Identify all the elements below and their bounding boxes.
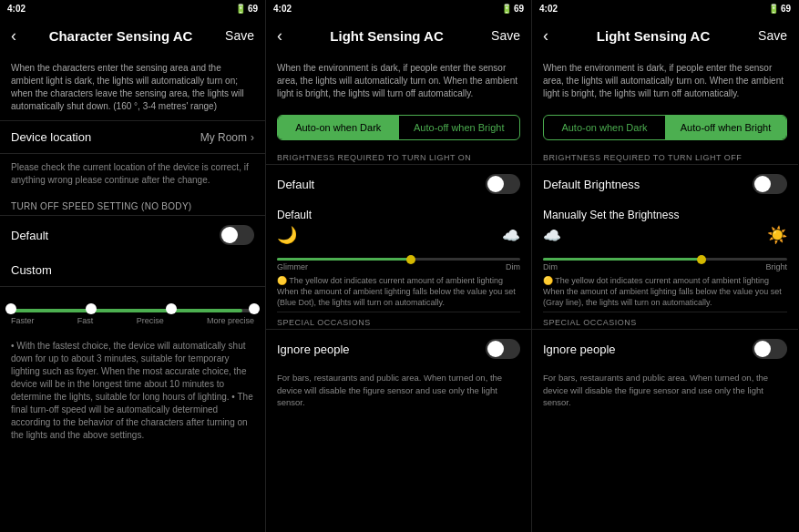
toggle-knob-default-1 — [221, 227, 238, 243]
slider-labels-1: Faster Fast Precise More precise — [11, 316, 254, 325]
toggle-label-custom-1: Custom — [11, 263, 52, 277]
slider-dot-3 — [249, 303, 260, 314]
header-3: ‹ Light Sensing AC Save — [532, 16, 798, 55]
ambient-knob-2 — [406, 255, 415, 264]
toggle-knob-default-3 — [754, 176, 771, 192]
panel-light-sensing-1: 4:02 🔋69 ‹ Light Sensing AC Save When th… — [266, 0, 532, 532]
toggle-default-1[interactable] — [220, 225, 254, 245]
header-title-3: Light Sensing AC — [548, 28, 758, 44]
ambient-icon-left-2: 🌙 — [277, 225, 297, 245]
description-3: When the environment is dark, if people … — [532, 55, 798, 107]
ambient-icon-left-3: ☁️ — [543, 227, 561, 244]
mode-buttons-2: Auto-on when Dark Auto-off when Bright — [277, 115, 520, 140]
content-2: When the environment is dark, if people … — [266, 55, 531, 532]
status-icons-3: 🔋69 — [768, 4, 791, 14]
status-time-2: 4:02 — [273, 4, 292, 14]
small-desc-2: For bars, restaurants and public area. W… — [266, 368, 531, 414]
toggle-label-default-3: Default Brightness — [543, 178, 640, 191]
ambient-icons-3: ☁️ ☀️ — [543, 225, 787, 245]
mode-btn-bright-2[interactable]: Auto-off when Bright — [399, 116, 520, 139]
status-bar-1: 4:02 🔋69 — [0, 0, 265, 16]
content-1: When the characters enter the sensing ar… — [0, 55, 265, 532]
toggle-row-ignore-2: Ignore people — [266, 329, 531, 368]
mode-btn-dark-3[interactable]: Auto-on when Dark — [544, 116, 665, 139]
location-row-1[interactable]: Device location My Room › — [0, 120, 265, 154]
toggle-row-ignore-3: Ignore people — [532, 329, 798, 368]
slider-track-1[interactable] — [11, 309, 254, 312]
toggle-label-default-2: Default — [277, 178, 314, 191]
location-value-1: My Room › — [200, 131, 254, 144]
note-text-3: 🟡 The yellow dot indicates current amoun… — [532, 271, 798, 312]
ambient-icon-right-2: ☁️ — [502, 227, 520, 244]
header-2: ‹ Light Sensing AC Save — [266, 16, 531, 55]
toggle-default-2[interactable] — [486, 174, 520, 194]
ambient-track-2[interactable] — [277, 258, 520, 261]
header-title-2: Light Sensing AC — [282, 28, 491, 44]
toggle-row-default-1: Default — [0, 215, 265, 254]
description-1: When the characters enter the sensing ar… — [0, 55, 265, 120]
ambient-slider-3: ☁️ ☀️ Dim Bright — [532, 221, 798, 271]
toggle-row-custom-1: Custom — [0, 254, 265, 286]
brightness-title-3: BRIGHTNESS REQUIRED TO TURN LIGHT OFF — [532, 148, 798, 164]
special-title-3: SPECIAL OCCASIONS — [532, 312, 798, 329]
footer-text-1: • With the fastest choice, the device wi… — [0, 332, 265, 449]
toggle-label-ignore-2: Ignore people — [277, 343, 350, 356]
header-1: ‹ Character Sensing AC Save — [0, 16, 265, 55]
toggle-knob-ignore-2 — [487, 341, 504, 357]
save-button-1[interactable]: Save — [225, 28, 254, 43]
ambient-labels-3: Dim Bright — [543, 262, 787, 271]
header-title-1: Character Sensing AC — [16, 28, 225, 44]
ambient-labels-2: Glimmer Dim — [277, 262, 520, 271]
special-title-2: SPECIAL OCCASIONS — [266, 312, 531, 329]
status-icons-1: 🔋69 — [235, 4, 258, 14]
slider-dot-0 — [5, 303, 16, 314]
toggle-row-default-3: Default Brightness — [532, 164, 798, 203]
toggle-knob-default-2 — [487, 176, 504, 192]
toggle-ignore-3[interactable] — [753, 339, 787, 359]
panel-character-sensing: 4:02 🔋69 ‹ Character Sensing AC Save Whe… — [0, 0, 266, 532]
mode-buttons-3: Auto-on when Dark Auto-off when Bright — [543, 115, 787, 140]
toggle-label-default-1: Default — [11, 229, 48, 242]
save-button-2[interactable]: Save — [491, 28, 520, 43]
toggle-label-ignore-3: Ignore people — [543, 343, 616, 356]
ambient-fill-2 — [277, 258, 411, 261]
status-time-1: 4:02 — [7, 4, 26, 14]
ambient-track-3[interactable] — [543, 258, 787, 261]
panel-light-sensing-2: 4:02 🔋69 ‹ Light Sensing AC Save When th… — [532, 0, 798, 532]
slider-fill-1 — [11, 309, 242, 312]
section-heading-1: TURN OFF SPEED SETTING (NO BODY) — [0, 194, 265, 215]
toggle-knob-ignore-3 — [754, 341, 771, 357]
toggle-ignore-2[interactable] — [486, 339, 520, 359]
status-bar-3: 4:02 🔋69 — [532, 0, 798, 16]
slider-dot-1 — [86, 303, 97, 314]
content-3: When the environment is dark, if people … — [532, 55, 798, 532]
note-text-2: 🟡 The yellow dot indicates current amoun… — [266, 271, 531, 312]
sub-label-3: Manually Set the Brightness — [532, 203, 798, 221]
mode-btn-dark-2[interactable]: Auto-on when Dark — [278, 116, 399, 139]
slider-section-1: Faster Fast Precise More precise — [0, 286, 265, 332]
ambient-fill-3 — [543, 258, 702, 261]
mode-btn-bright-3[interactable]: Auto-off when Bright — [665, 116, 786, 139]
status-bar-2: 4:02 🔋69 — [266, 0, 531, 16]
status-icons-2: 🔋69 — [501, 4, 524, 14]
slider-dot-2 — [166, 303, 177, 314]
ambient-icon-right-3: ☀️ — [767, 225, 787, 245]
ambient-knob-3 — [697, 255, 706, 264]
small-desc-3: For bars, restaurants and public area. W… — [532, 368, 798, 414]
ambient-icons-2: 🌙 ☁️ — [277, 225, 520, 245]
ambient-slider-2: 🌙 ☁️ Glimmer Dim — [266, 221, 531, 271]
sub-label-2: Default — [266, 203, 531, 221]
status-time-3: 4:02 — [539, 4, 558, 14]
toggle-default-3[interactable] — [753, 174, 787, 194]
description-2: When the environment is dark, if people … — [266, 55, 531, 107]
brightness-title-2: BRIGHTNESS REQUIRED TO TURN LIGHT ON — [266, 148, 531, 164]
location-label-1: Device location — [11, 130, 91, 144]
hint-text-1: Please check the current location of the… — [0, 154, 265, 194]
save-button-3[interactable]: Save — [758, 28, 787, 43]
toggle-row-default-2: Default — [266, 164, 531, 203]
